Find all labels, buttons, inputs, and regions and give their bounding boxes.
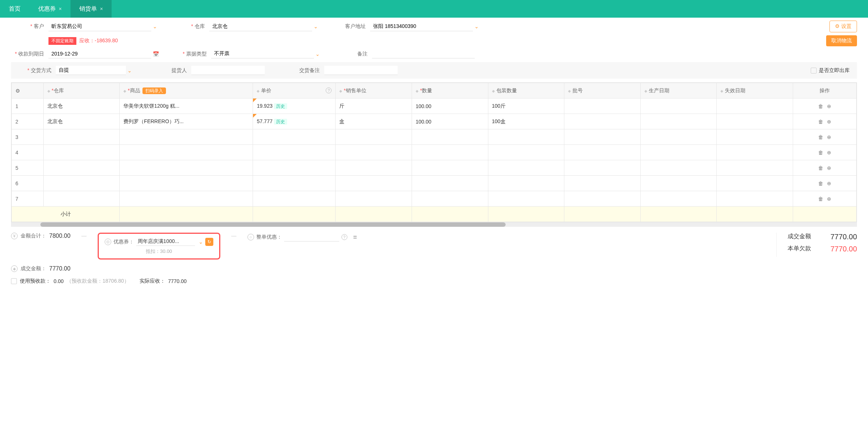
cell-qty[interactable]	[412, 129, 488, 145]
delete-icon[interactable]: 🗑	[818, 150, 823, 155]
cell-qty[interactable]	[412, 160, 488, 176]
cell-product[interactable]	[120, 145, 253, 160]
cell-qty[interactable]: 100.00	[412, 99, 488, 114]
cell-unit[interactable]: 盒	[336, 114, 412, 129]
cell-qty[interactable]	[412, 145, 488, 160]
cell-pack[interactable]	[488, 191, 564, 207]
tab-sales-order[interactable]: 销货单×	[70, 0, 112, 18]
add-icon[interactable]: ⊕	[827, 165, 831, 171]
immediate-out-checkbox[interactable]	[811, 68, 817, 74]
scan-button[interactable]: 扫码录入	[142, 87, 166, 94]
cell-unit[interactable]	[336, 129, 412, 145]
cell-warehouse[interactable]	[43, 145, 120, 160]
cell-price[interactable]: 57.777历史	[253, 114, 336, 129]
close-icon[interactable]: ×	[59, 6, 62, 12]
delete-icon[interactable]: 🗑	[818, 103, 823, 109]
warehouse-input[interactable]	[209, 22, 312, 31]
cell-qty[interactable]: 100.00	[412, 114, 488, 129]
cell-warehouse[interactable]	[43, 191, 120, 207]
table-row[interactable]: 2 北京仓 费列罗（FERRERO）巧... 57.777历史 盒 100.00…	[12, 114, 857, 129]
due-date-input[interactable]	[48, 49, 151, 58]
add-icon[interactable]: ⊕	[827, 134, 831, 140]
delete-icon[interactable]: 🗑	[818, 119, 823, 125]
cell-qty[interactable]	[412, 191, 488, 207]
cell-product[interactable]	[120, 160, 253, 176]
table-row[interactable]: 5 🗑⊕	[12, 160, 857, 176]
cell-unit[interactable]	[336, 145, 412, 160]
cell-unit[interactable]	[336, 191, 412, 207]
add-icon[interactable]: ⊕	[827, 150, 831, 155]
close-icon[interactable]: ×	[100, 6, 103, 12]
refresh-icon[interactable]: ↻	[205, 238, 213, 246]
cell-pack[interactable]	[488, 160, 564, 176]
delete-icon[interactable]: 🗑	[818, 165, 823, 171]
col-price[interactable]: ◆单价?	[253, 83, 336, 99]
table-row[interactable]: 1 北京仓 华美华夫软饼1200g 糕... 19.923历史 斤 100.00…	[12, 99, 857, 114]
cell-pack[interactable]	[488, 176, 564, 191]
table-row[interactable]: 7 🗑⊕	[12, 191, 857, 207]
table-row[interactable]: 4 🗑⊕	[12, 145, 857, 160]
horizontal-scrollbar[interactable]	[11, 222, 857, 227]
cell-warehouse[interactable]	[43, 160, 120, 176]
add-icon[interactable]: ⊕	[827, 119, 831, 125]
add-icon[interactable]: ⊕	[827, 196, 831, 202]
table-settings-icon[interactable]: ⚙	[12, 83, 44, 99]
cell-pack[interactable]	[488, 129, 564, 145]
tab-home[interactable]: 首页	[0, 0, 29, 18]
delivery-remark-input[interactable]	[324, 66, 398, 75]
calendar-icon[interactable]: 📅	[153, 51, 159, 57]
delete-icon[interactable]: 🗑	[818, 180, 823, 186]
cell-product[interactable]: 华美华夫软饼1200g 糕...	[120, 99, 253, 114]
delivery-method-input[interactable]	[56, 66, 126, 75]
col-quantity[interactable]: ◆*数量	[412, 83, 488, 99]
col-batch[interactable]: ◆批号	[564, 83, 641, 99]
cell-product[interactable]	[120, 129, 253, 145]
col-unit[interactable]: ◆*销售单位	[336, 83, 412, 99]
chevron-down-icon[interactable]: ⌄	[315, 51, 320, 57]
cell-unit[interactable]	[336, 176, 412, 191]
cell-warehouse[interactable]	[43, 176, 120, 191]
table-row[interactable]: 6 🗑⊕	[12, 176, 857, 191]
add-icon[interactable]: ⊕	[827, 103, 831, 109]
settings-button[interactable]: ⚙设置	[829, 21, 857, 32]
order-discount-input[interactable]	[284, 233, 339, 241]
tab-coupon[interactable]: 优惠券×	[29, 0, 70, 18]
chevron-down-icon[interactable]: ⌄	[314, 24, 318, 29]
cell-product[interactable]	[120, 176, 253, 191]
cell-unit[interactable]	[336, 160, 412, 176]
cancel-logistics-button[interactable]: 取消物流	[826, 35, 857, 46]
help-icon[interactable]: ?	[341, 234, 347, 240]
chevron-down-icon[interactable]: ⌄	[199, 239, 203, 245]
cell-product[interactable]: 费列罗（FERRERO）巧...	[120, 114, 253, 129]
col-prod-date[interactable]: ◆生产日期	[640, 83, 717, 99]
cell-warehouse[interactable]: 北京仓	[43, 114, 120, 129]
chevron-down-icon[interactable]: ⌄	[127, 68, 132, 74]
cell-pack[interactable]	[488, 145, 564, 160]
customer-input[interactable]	[48, 22, 151, 31]
help-icon[interactable]: ?	[326, 87, 332, 93]
delete-icon[interactable]: 🗑	[818, 196, 823, 202]
cell-pack[interactable]: 100斤	[488, 99, 564, 114]
pickup-input[interactable]	[191, 66, 265, 75]
chevron-down-icon[interactable]: ⌄	[474, 24, 479, 29]
delete-icon[interactable]: 🗑	[818, 134, 823, 140]
use-prepay-checkbox[interactable]	[11, 278, 17, 284]
cell-product[interactable]	[120, 191, 253, 207]
cell-warehouse[interactable]: 北京仓	[43, 99, 120, 114]
coupon-select[interactable]: 周年店庆满1000...	[136, 237, 195, 246]
table-row[interactable]: 3 🗑⊕	[12, 129, 857, 145]
cell-qty[interactable]	[412, 176, 488, 191]
chevron-down-icon[interactable]: ⌄	[153, 24, 157, 29]
col-warehouse[interactable]: ◆*仓库	[43, 83, 120, 99]
cell-pack[interactable]: 100盒	[488, 114, 564, 129]
remark-input[interactable]	[372, 49, 475, 58]
col-pack-qty[interactable]: ◆包装数量	[488, 83, 564, 99]
cell-unit[interactable]: 斤	[336, 99, 412, 114]
cell-price[interactable]: 19.923历史	[253, 99, 336, 114]
address-input[interactable]	[370, 22, 473, 31]
col-expire-date[interactable]: ◆失效日期	[717, 83, 793, 99]
col-product[interactable]: ◆*商品扫码录入	[120, 83, 253, 99]
cell-warehouse[interactable]	[43, 129, 120, 145]
invoice-input[interactable]	[211, 49, 314, 58]
add-icon[interactable]: ⊕	[827, 180, 831, 186]
